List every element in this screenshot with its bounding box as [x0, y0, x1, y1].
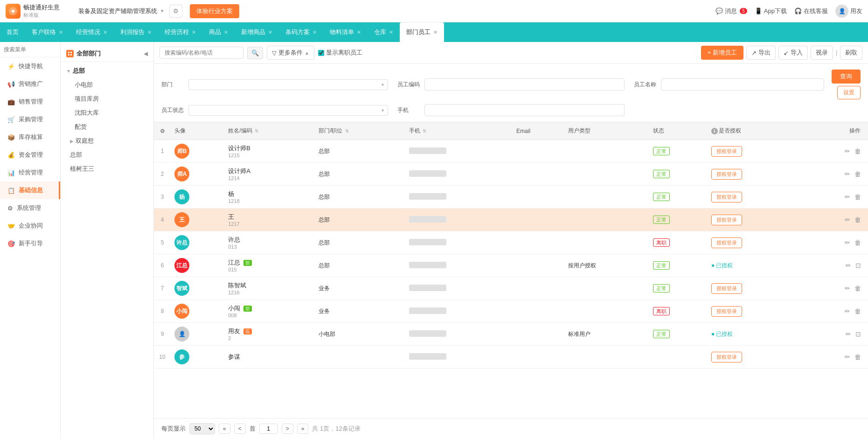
print-button[interactable]: 刷取 — [840, 46, 862, 60]
edit-icon[interactable]: ✏ — [845, 170, 850, 178]
show-resigned-checkbox[interactable] — [318, 50, 324, 56]
close-icon[interactable]: ✕ — [433, 29, 437, 35]
add-employee-button[interactable]: + 新增员工 — [701, 46, 743, 60]
delete-icon[interactable]: 🗑 — [854, 307, 861, 315]
nav-tab-home[interactable]: 首页 — [0, 22, 25, 42]
nav-tab-warehouse[interactable]: 仓库 ✕ — [368, 22, 400, 42]
next-page-button[interactable]: > — [282, 424, 293, 434]
status-select[interactable]: ▾ — [188, 105, 388, 116]
phone-input[interactable] — [424, 104, 624, 116]
dept-subnode-shenyang[interactable]: 沈阳大库 — [61, 106, 153, 120]
search-input[interactable] — [160, 47, 243, 59]
last-page-button[interactable]: » — [297, 424, 309, 434]
nav-tab-customer[interactable]: 客户联络 ✕ — [25, 22, 69, 42]
edit-icon[interactable]: ✏ — [845, 193, 850, 201]
auth-button[interactable]: 授权登录 — [711, 352, 742, 362]
sidebar-item-quicknav[interactable]: ⚡ 快捷导航 — [0, 57, 60, 75]
message-btn[interactable]: 💬 消息 5 — [715, 7, 747, 15]
auth-button[interactable]: 授权登录 — [711, 215, 742, 225]
sidebar-item-inventory[interactable]: 📦 库存核算 — [0, 128, 60, 146]
close-icon[interactable]: ✕ — [312, 29, 317, 35]
sidebar-item-collab[interactable]: 🤝 企业协同 — [0, 217, 60, 235]
edit-icon[interactable]: ✏ — [845, 353, 850, 361]
delete-icon[interactable]: 🗑 — [854, 170, 861, 178]
sort-icon[interactable]: ⇅ — [255, 128, 258, 133]
close-icon[interactable]: ✕ — [389, 29, 393, 35]
col-phone[interactable]: 手机 ⇅ — [405, 122, 513, 140]
page-input[interactable] — [259, 424, 278, 434]
sidebar-item-system[interactable]: ⚙ 系统管理 — [0, 199, 60, 217]
dept-subnode-xiaodian[interactable]: 小电部 — [61, 78, 153, 92]
nav-tab-employee[interactable]: 部门员工 ✕ — [400, 22, 444, 42]
search-button[interactable]: 🔍 — [247, 47, 263, 59]
sort-icon[interactable]: ⇅ — [345, 128, 349, 133]
page-size-select[interactable]: 50 20 100 — [189, 423, 215, 434]
auth-button[interactable]: 授权登录 — [711, 283, 742, 294]
import-button[interactable]: ↙ 导入 — [778, 46, 808, 60]
auth-button[interactable]: 授权登录 — [711, 192, 742, 202]
sidebar-item-basic[interactable]: 📋 基础信息 — [0, 181, 60, 199]
delete-icon[interactable]: 🗑 — [854, 353, 861, 361]
dept-node-shuangting[interactable]: ▶ 双庭想 — [61, 134, 153, 148]
more-filter-button[interactable]: ▽ 更多条件 ▲ — [267, 46, 314, 60]
user-area[interactable]: 👤 用友 — [835, 5, 862, 18]
col-name[interactable]: 姓名/编码 ⇅ — [224, 122, 315, 140]
nav-tab-profit[interactable]: 利润报告 ✕ — [114, 22, 158, 42]
query-button[interactable]: 查询 — [832, 70, 861, 84]
delete-icon[interactable]: 🗑 — [854, 285, 861, 292]
col-settings[interactable]: ⚙ — [154, 122, 171, 140]
nav-tab-operation[interactable]: 经营情况 ✕ — [69, 22, 114, 42]
delete-icon[interactable]: 🗑 — [854, 239, 861, 246]
delete-icon[interactable]: 🗑 — [854, 147, 861, 155]
delete-icon[interactable]: 🗑 — [854, 216, 861, 223]
close-icon[interactable]: ✕ — [59, 29, 63, 35]
sidebar-item-finance[interactable]: 💰 资金管理 — [0, 146, 60, 164]
close-icon[interactable]: ✕ — [192, 29, 196, 35]
sidebar-item-bizmanage[interactable]: 📊 经营管理 — [0, 164, 60, 181]
sidebar-item-guide[interactable]: 🎯 新手引导 — [0, 235, 60, 252]
edit-icon[interactable]: ✏ — [846, 262, 851, 269]
edit-icon[interactable]: ✏ — [846, 330, 851, 338]
close-icon[interactable]: ✕ — [147, 29, 152, 35]
sidebar-item-sales[interactable]: 💼 销售管理 — [0, 93, 60, 111]
edit-icon[interactable]: ✏ — [845, 285, 850, 292]
nav-tab-goods[interactable]: 商品 ✕ — [202, 22, 235, 42]
sidebar-search-input[interactable] — [4, 46, 61, 53]
gear-button[interactable]: ⚙ — [169, 5, 182, 18]
employee-name-input[interactable] — [661, 78, 824, 91]
dept-node-zongbu[interactable]: 总部 — [61, 148, 153, 162]
delete-icon[interactable]: 🗑 — [854, 193, 861, 201]
nav-tab-barcode[interactable]: 条码方案 ✕ — [279, 22, 323, 42]
sort-icon[interactable]: ⇅ — [423, 128, 426, 133]
sidebar-item-purchase[interactable]: 🛒 采购管理 — [0, 111, 60, 128]
view-button[interactable]: 视录 — [811, 46, 833, 60]
nav-tab-add-goods[interactable]: 新增商品 ✕ — [235, 22, 279, 42]
edit-icon[interactable]: ✏ — [845, 147, 850, 155]
close-icon[interactable]: ✕ — [268, 29, 272, 35]
sidebar-item-marketing[interactable]: 📢 营销推广 — [0, 75, 60, 93]
employee-code-input[interactable] — [424, 78, 624, 91]
dept-collapse-btn[interactable]: ◀ — [144, 50, 148, 57]
system-dropdown-arrow[interactable]: ▾ — [161, 8, 164, 14]
auth-button[interactable]: 授权登录 — [711, 306, 742, 317]
nav-tab-bom[interactable]: 物料清单 ✕ — [323, 22, 368, 42]
col-dept[interactable]: 部门/职位 ⇅ — [315, 122, 405, 140]
auth-button[interactable]: 授权登录 — [711, 237, 742, 248]
edit-icon[interactable]: ✏ — [845, 216, 850, 223]
dept-subnode-project[interactable]: 项目库房 — [61, 92, 153, 106]
dept-node-head[interactable]: ▼ 总部 — [61, 64, 153, 78]
dept-node-zhishu[interactable]: 植树王三 — [61, 162, 153, 176]
close-icon[interactable]: ✕ — [103, 29, 107, 35]
auth-button[interactable]: 授权登录 — [711, 146, 742, 157]
setting-button[interactable]: 设置 — [837, 86, 861, 99]
first-page-button[interactable]: « — [219, 424, 230, 434]
nav-tab-journey[interactable]: 经营历程 ✕ — [158, 22, 202, 42]
online-service-btn[interactable]: 🎧 在线客服 — [794, 7, 828, 15]
dept-subnode-peihuo[interactable]: 配货 — [61, 120, 153, 134]
edit-icon[interactable]: ✏ — [845, 307, 850, 315]
auth-button[interactable]: 授权登录 — [711, 169, 742, 180]
dept-select[interactable]: ▾ — [188, 79, 388, 90]
prev-page-button[interactable]: < — [234, 424, 246, 434]
export-button[interactable]: ↗ 导出 — [746, 46, 776, 60]
app-download-btn[interactable]: 📱 App下载 — [755, 7, 787, 15]
